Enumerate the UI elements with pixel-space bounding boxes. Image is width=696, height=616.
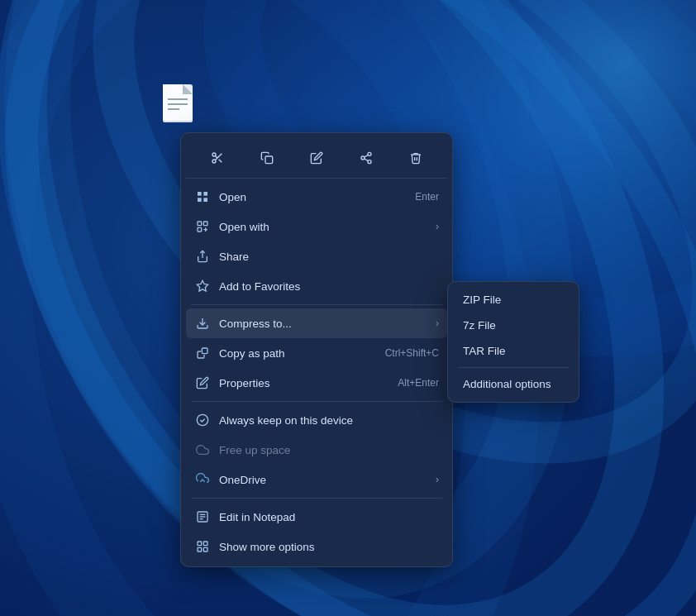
keep-device-label: Always keep on this device bbox=[219, 414, 439, 427]
open-icon bbox=[194, 189, 211, 205]
svg-marker-32 bbox=[197, 280, 207, 291]
separator-2 bbox=[191, 401, 442, 402]
submenu-item-additional[interactable]: Additional options bbox=[453, 371, 574, 397]
separator-3 bbox=[191, 498, 442, 499]
svg-rect-26 bbox=[198, 198, 202, 202]
menu-item-open-with[interactable]: Open with › bbox=[186, 212, 447, 241]
keep-device-icon bbox=[194, 412, 211, 428]
compress-arrow: › bbox=[436, 318, 439, 329]
cut-button[interactable] bbox=[203, 143, 232, 173]
svg-rect-30 bbox=[198, 227, 202, 232]
menu-item-onedrive[interactable]: OneDrive › bbox=[186, 465, 447, 494]
context-menu: Open Enter Open with › Share Add to Favo… bbox=[180, 132, 453, 567]
more-options-icon bbox=[194, 538, 211, 555]
onedrive-label: OneDrive bbox=[219, 474, 431, 486]
onedrive-icon bbox=[194, 471, 211, 488]
svg-rect-24 bbox=[198, 192, 202, 196]
svg-line-16 bbox=[219, 160, 222, 163]
tar-label: TAR File bbox=[463, 345, 506, 357]
open-with-arrow: › bbox=[436, 221, 439, 232]
open-with-icon bbox=[194, 218, 211, 235]
svg-rect-39 bbox=[198, 542, 202, 546]
submenu-item-7z[interactable]: 7z File bbox=[453, 313, 574, 338]
svg-rect-29 bbox=[203, 222, 207, 226]
menu-item-edit-notepad[interactable]: Edit in Notepad bbox=[186, 502, 447, 532]
star-icon bbox=[194, 278, 211, 294]
svg-point-20 bbox=[361, 156, 365, 160]
svg-point-13 bbox=[212, 153, 216, 156]
copy-path-label: Copy as path bbox=[219, 347, 385, 360]
svg-line-17 bbox=[215, 155, 217, 158]
menu-item-more-options[interactable]: Show more options bbox=[186, 532, 447, 561]
separator-1 bbox=[191, 304, 442, 305]
menu-item-copy-path[interactable]: Copy as path Ctrl+Shift+C bbox=[186, 338, 447, 368]
share-icon bbox=[194, 248, 211, 265]
svg-line-23 bbox=[365, 155, 369, 157]
share-label: Share bbox=[219, 251, 439, 263]
onedrive-arrow: › bbox=[436, 474, 439, 485]
add-favorites-label: Add to Favorites bbox=[219, 280, 439, 293]
menu-item-properties[interactable]: Properties Alt+Enter bbox=[186, 368, 447, 398]
compress-label: Compress to... bbox=[219, 318, 431, 330]
edit-notepad-label: Edit in Notepad bbox=[219, 511, 439, 523]
open-with-label: Open with bbox=[219, 221, 431, 233]
file-icon-image bbox=[161, 83, 194, 122]
menu-item-share[interactable]: Share bbox=[186, 241, 447, 271]
open-shortcut: Enter bbox=[415, 191, 439, 203]
menu-item-keep-device[interactable]: Always keep on this device bbox=[186, 405, 447, 435]
svg-rect-42 bbox=[203, 547, 207, 552]
properties-shortcut: Alt+Enter bbox=[398, 377, 439, 389]
svg-rect-28 bbox=[198, 222, 202, 226]
svg-rect-27 bbox=[203, 198, 207, 202]
cloud-icon bbox=[194, 442, 211, 458]
context-menu-toolbar bbox=[186, 138, 447, 179]
desktop-file-icon[interactable] bbox=[161, 83, 194, 122]
svg-line-22 bbox=[365, 159, 369, 161]
7z-label: 7z File bbox=[463, 319, 496, 332]
submenu-item-tar[interactable]: TAR File bbox=[453, 338, 574, 364]
menu-item-open[interactable]: Open Enter bbox=[186, 182, 447, 212]
svg-point-21 bbox=[368, 160, 371, 164]
menu-item-compress[interactable]: Compress to... › bbox=[186, 308, 447, 338]
copy-path-icon bbox=[194, 345, 211, 361]
more-options-label: Show more options bbox=[219, 541, 439, 553]
compress-submenu: ZIP File 7z File TAR File Additional opt… bbox=[447, 281, 579, 403]
notepad-icon bbox=[194, 509, 211, 525]
open-label: Open bbox=[219, 191, 415, 203]
svg-rect-40 bbox=[203, 542, 207, 546]
share-toolbar-button[interactable] bbox=[351, 143, 381, 173]
svg-rect-34 bbox=[202, 348, 207, 354]
submenu-item-zip[interactable]: ZIP File bbox=[453, 287, 574, 313]
svg-point-19 bbox=[368, 152, 371, 155]
submenu-separator bbox=[458, 367, 569, 368]
svg-rect-25 bbox=[203, 192, 207, 196]
zip-label: ZIP File bbox=[463, 294, 501, 306]
properties-label: Properties bbox=[219, 377, 398, 389]
additional-label: Additional options bbox=[463, 378, 551, 390]
copy-path-shortcut: Ctrl+Shift+C bbox=[385, 347, 439, 359]
svg-point-14 bbox=[212, 160, 216, 163]
menu-item-free-space[interactable]: Free up space bbox=[186, 435, 447, 465]
svg-rect-18 bbox=[265, 156, 273, 164]
properties-icon bbox=[194, 375, 211, 391]
menu-item-add-favorites[interactable]: Add to Favorites bbox=[186, 271, 447, 301]
free-space-label: Free up space bbox=[219, 444, 439, 456]
copy-button[interactable] bbox=[252, 143, 282, 173]
svg-rect-41 bbox=[198, 547, 202, 552]
compress-icon bbox=[194, 315, 211, 332]
delete-button[interactable] bbox=[401, 143, 431, 173]
rename-button[interactable] bbox=[302, 143, 331, 173]
